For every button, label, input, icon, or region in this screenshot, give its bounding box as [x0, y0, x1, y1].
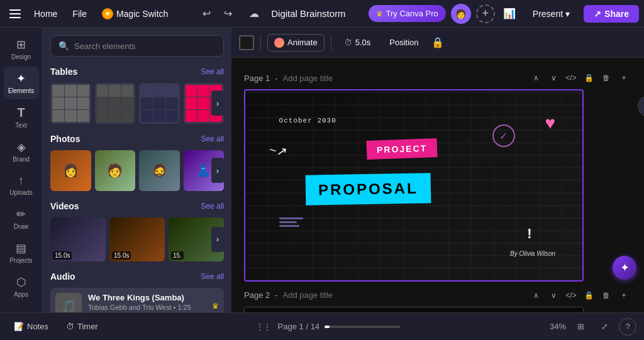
page-1-label-row: Page 1 - ∧ ∨ </> 🔒 🗑 +: [244, 70, 631, 85]
search-input[interactable]: [74, 41, 216, 51]
videos-title: Videos: [50, 201, 79, 211]
notes-button[interactable]: 📝 Notes: [8, 319, 55, 334]
slide-proposal-label: PROPOSAL: [306, 173, 431, 205]
file-button[interactable]: File: [66, 6, 93, 21]
toolbar-divider: [260, 35, 261, 50]
page-2-number: Page 2: [244, 290, 270, 300]
video-duration-1: 15.0s: [53, 251, 72, 260]
photos-scroll-right[interactable]: ›: [211, 158, 224, 183]
home-button[interactable]: Home: [28, 6, 64, 21]
table-item-1[interactable]: [50, 83, 91, 124]
video-item-2[interactable]: 15.0s: [109, 217, 165, 261]
magic-assistant-button[interactable]: ✦: [613, 256, 636, 280]
sidebar-label-draw: Draw: [14, 223, 28, 230]
hamburger-icon: [9, 9, 21, 18]
sidebar-label-text: Text: [15, 122, 26, 129]
page-2-add-btn[interactable]: +: [616, 288, 631, 303]
table-item-3[interactable]: [139, 83, 180, 124]
page-1-down-btn[interactable]: ∨: [546, 70, 561, 85]
page-1-title-input[interactable]: [283, 74, 389, 83]
undo-button[interactable]: ↩: [197, 4, 216, 23]
cloud-sync-button[interactable]: ☁: [245, 4, 264, 23]
photos-see-all[interactable]: See all: [201, 134, 224, 143]
video-item-1[interactable]: 15.0s: [50, 217, 106, 261]
top-navigation: Home File ✦ Magic Switch ↩ ↪ ☁ Digital B…: [0, 0, 644, 28]
page-1-canvas[interactable]: October 2030 ~↗ PROJECT PROPOSAL: [244, 89, 584, 282]
help-button[interactable]: ?: [619, 318, 636, 336]
page-1-canvas-container: October 2030 ~↗ PROJECT PROPOSAL: [244, 89, 631, 282]
tables-scroll-right[interactable]: ›: [211, 90, 224, 116]
sidebar-item-draw[interactable]: ✏ Draw: [4, 202, 39, 235]
grid-view-button[interactable]: ⊞: [571, 317, 590, 336]
position-button[interactable]: Position: [383, 35, 425, 50]
crown-icon: ♛: [376, 9, 383, 18]
timer-icon: ⏱: [66, 322, 74, 331]
present-button[interactable]: Present ▾: [524, 5, 579, 23]
magic-switch-label: Magic Switch: [116, 9, 168, 19]
sidebar-label-apps: Apps: [14, 291, 28, 298]
pages-container: Page 1 - ∧ ∨ </> 🔒 🗑 +: [231, 58, 644, 312]
page-2-up-btn[interactable]: ∧: [528, 288, 543, 303]
stroke-1: [279, 217, 303, 219]
photo-item-2[interactable]: 🧑: [95, 150, 136, 191]
page-1-lock-btn[interactable]: 🔒: [581, 70, 596, 85]
chevron-down-icon: ▾: [565, 9, 570, 19]
sidebar-item-brand[interactable]: ◈ Brand: [4, 135, 39, 168]
audio-see-all[interactable]: See all: [201, 272, 224, 281]
sidebar-item-apps[interactable]: ⬡ Apps: [4, 270, 39, 303]
tables-see-all[interactable]: See all: [201, 67, 224, 76]
page-2-code-btn[interactable]: </>: [564, 288, 579, 303]
share-button[interactable]: ↗ Share: [584, 5, 639, 23]
photo-item-1[interactable]: 👩: [50, 150, 91, 191]
elements-icon: ✦: [16, 72, 26, 85]
pages-collapse-btn[interactable]: ⋮⋮: [254, 317, 273, 336]
canvas-area: Animate ⏱ 5.0s Position 🔒 Page 1 -: [231, 28, 644, 312]
sidebar-item-text[interactable]: T Text: [4, 101, 39, 134]
page-1-delete-btn[interactable]: 🗑: [599, 70, 614, 85]
user-avatar[interactable]: 🧑: [451, 4, 471, 24]
sidebar-item-elements[interactable]: ✦ Elements: [4, 67, 39, 99]
page-1-wrapper: Page 1 - ∧ ∨ </> 🔒 🗑 +: [244, 70, 631, 282]
page-1-number: Page 1: [244, 74, 270, 83]
page-2-down-btn[interactable]: ∨: [546, 288, 561, 303]
sidebar-label-uploads: Uploads: [9, 189, 33, 196]
elements-panel: 🔍 Tables See all: [43, 28, 231, 312]
color-swatch[interactable]: [239, 35, 254, 50]
progress-fill: [325, 326, 330, 328]
sidebar-item-projects[interactable]: ▤ Projects: [4, 236, 39, 269]
page-2-title-input[interactable]: [283, 290, 389, 300]
page-1-add-btn[interactable]: +: [616, 70, 631, 85]
audio-section: 🎵 We Three Kings (Samba) Tobias Gebb and…: [50, 288, 224, 313]
analytics-button[interactable]: 📊: [500, 4, 519, 23]
page-2-delete-btn[interactable]: 🗑: [599, 288, 614, 303]
redo-button[interactable]: ↪: [218, 4, 237, 23]
magic-switch-button[interactable]: ✦ Magic Switch: [96, 6, 174, 22]
timer-button[interactable]: ⏱ Timer: [60, 319, 104, 334]
audio-item-1[interactable]: 🎵 We Three Kings (Samba) Tobias Gebb and…: [50, 288, 224, 313]
sidebar-item-uploads[interactable]: ↑ Uploads: [4, 169, 39, 201]
fullscreen-button[interactable]: ⤢: [595, 317, 614, 336]
page-2-lock-btn[interactable]: 🔒: [581, 288, 596, 303]
hamburger-menu[interactable]: [5, 4, 25, 24]
table-item-2[interactable]: [95, 83, 136, 124]
page-1-code-btn[interactable]: </>: [564, 70, 579, 85]
stroke-2: [279, 221, 297, 223]
photo-item-3[interactable]: 🧔: [139, 150, 180, 191]
toolbar-divider-2: [331, 35, 331, 50]
refresh-button[interactable]: ↻: [638, 96, 644, 117]
duration-button[interactable]: ⏱ 5.0s: [338, 35, 377, 50]
add-collaborator-button[interactable]: +: [476, 4, 495, 23]
search-bar[interactable]: 🔍: [50, 35, 224, 57]
sidebar: ⊞ Design ✦ Elements T Text ◈ Brand ↑ Upl…: [0, 28, 43, 312]
sidebar-item-design[interactable]: ⊞ Design: [4, 33, 39, 65]
page-1-up-btn[interactable]: ∧: [528, 70, 543, 85]
videos-scroll-right[interactable]: ›: [211, 227, 224, 252]
try-canva-button[interactable]: ♛ Try Canva Pro: [369, 5, 446, 22]
share-label: Share: [604, 9, 629, 19]
videos-see-all[interactable]: See all: [201, 202, 224, 211]
page-2-canvas[interactable]: [244, 307, 584, 313]
tables-section-header: Tables See all: [50, 67, 224, 77]
lock-icon[interactable]: 🔒: [431, 36, 444, 48]
nav-center: ↩ ↪ ☁ Digital Brainstorm: [177, 4, 365, 23]
animate-button[interactable]: Animate: [267, 34, 325, 52]
